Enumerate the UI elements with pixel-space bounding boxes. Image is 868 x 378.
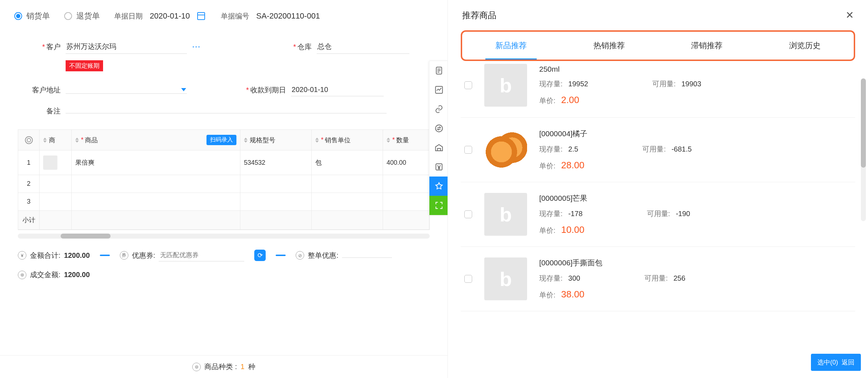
tab-hot-recommend[interactable]: 热销推荐 — [583, 34, 635, 57]
table-row[interactable]: 2 — [18, 175, 429, 193]
doc-date-value[interactable]: 2020-01-10 — [150, 11, 190, 21]
side-star-icon[interactable] — [429, 177, 449, 196]
side-yen-icon[interactable] — [429, 157, 449, 177]
item-title: [0000005]芒果 — [539, 193, 852, 203]
side-warehouse-icon[interactable] — [429, 138, 449, 157]
kind-suffix: 种 — [248, 362, 255, 372]
item-avail: -681.5 — [672, 145, 692, 153]
calendar-icon[interactable] — [197, 12, 205, 20]
kind-value: 1 — [241, 363, 245, 371]
minus-icon — [276, 255, 286, 256]
sort-icon — [43, 138, 47, 143]
totals-row: ¥金额合计:1200.00 券优惠券: ⟳ ⊘整单优惠: — [0, 246, 448, 265]
customer-label: 客户 — [46, 43, 61, 51]
discount-input[interactable] — [342, 253, 392, 258]
coupon-label: 优惠券: — [132, 251, 155, 260]
item-checkbox[interactable] — [464, 81, 472, 89]
product-thumb-icon — [43, 155, 57, 170]
tab-sales-label: 销货单 — [26, 11, 50, 21]
table-row[interactable]: 1 果倍爽 534532 包 400.00 — [18, 150, 429, 175]
product-image-placeholder-icon: b — [484, 64, 527, 107]
selected-count-label: 选中(0) — [817, 358, 838, 367]
discount-icon: ⊘ — [296, 251, 304, 260]
col-prod-thumb[interactable]: 商 — [40, 130, 72, 150]
scan-entry-button[interactable]: 扫码录入 — [206, 135, 236, 145]
tab-slow-recommend[interactable]: 滞销推荐 — [681, 34, 732, 57]
sort-icon — [75, 138, 79, 143]
tag-icon: ⊚ — [192, 363, 201, 371]
list-item[interactable]: b [0000005]芒果 现存量:-178 可用量:-190 单价:10.00 — [461, 182, 855, 247]
remark-input[interactable] — [66, 109, 387, 113]
doc-date-label: 单据日期 — [114, 11, 143, 21]
radio-return-icon — [64, 12, 72, 20]
warehouse-input[interactable]: 总仓 — [317, 40, 409, 54]
item-price: 38.00 — [561, 289, 584, 300]
product-image-placeholder-icon: b — [484, 193, 527, 236]
tab-new-recommend[interactable]: 新品推荐 — [485, 34, 537, 57]
side-link-icon[interactable] — [429, 99, 449, 119]
item-stock: 300 — [568, 274, 580, 282]
item-price: 2.00 — [561, 94, 579, 105]
side-exchange-icon[interactable] — [429, 119, 449, 138]
refresh-button[interactable]: ⟳ — [254, 250, 266, 261]
item-checkbox[interactable] — [464, 146, 472, 154]
item-checkbox[interactable] — [464, 275, 472, 283]
table-hscrollbar[interactable] — [18, 234, 430, 239]
product-image-icon — [484, 128, 527, 171]
doc-no-label: 单据编号 — [221, 11, 249, 21]
deal-label: 成交金额: — [30, 270, 61, 280]
side-chart-icon[interactable] — [429, 80, 449, 99]
list-item[interactable]: b 250ml 现存量:19952 可用量:19903 单价:2.00 — [461, 61, 855, 118]
order-form: *客户 苏州万达沃尔玛 ⋯ *仓库 总仓 不固定账期 客户地址 — [0, 29, 448, 129]
address-label: 客户地址 — [21, 85, 61, 95]
item-avail: -190 — [676, 210, 690, 218]
amount-value: 1200.00 — [64, 251, 90, 260]
tab-browse-history[interactable]: 浏览历史 — [779, 34, 831, 57]
address-select[interactable] — [66, 86, 187, 94]
item-stock: 2.5 — [568, 145, 578, 153]
due-date-label: 收款到期日 — [250, 86, 286, 94]
deal-value: 1200.00 — [64, 271, 90, 279]
col-qty[interactable]: *数量 — [383, 130, 429, 150]
panel-vscrollbar[interactable] — [861, 78, 866, 221]
remark-label: 备注 — [21, 106, 61, 116]
item-checkbox[interactable] — [464, 210, 472, 218]
selected-return-button[interactable]: 选中(0) 返回 — [811, 354, 861, 371]
close-icon[interactable]: ✕ — [846, 9, 854, 21]
ellipsis-icon[interactable]: ⋯ — [192, 42, 201, 52]
doc-type-tabs: 销货单 退货单 单据日期 2020-01-10 单据编号 SA-20200110… — [0, 4, 448, 29]
line-items-table: 商 *商品扫码录入 规格型号 *销售单位 *数量 1 果倍爽 534532 包 … — [18, 129, 430, 230]
col-unit[interactable]: *销售单位 — [312, 130, 383, 150]
tab-return-label: 退货单 — [76, 11, 100, 21]
yen-icon: ¥ — [18, 251, 26, 260]
list-item[interactable]: b [0000006]手撕面包 现存量:300 可用量:256 单价:38.00 — [461, 247, 855, 311]
col-product[interactable]: *商品扫码录入 — [72, 130, 240, 150]
side-doc-icon[interactable] — [429, 61, 449, 80]
item-title: 250ml — [539, 65, 852, 73]
list-item[interactable]: [0000004]橘子 现存量:2.5 可用量:-681.5 单价:28.00 — [461, 118, 855, 182]
customer-input[interactable]: 苏州万达沃尔玛 — [66, 40, 187, 54]
doc-meta: 单据日期 2020-01-10 单据编号 SA-20200110-001 — [114, 11, 320, 21]
col-spec[interactable]: 规格型号 — [240, 130, 312, 150]
col-settings[interactable] — [18, 130, 40, 150]
sort-icon — [244, 138, 247, 143]
side-toolbar — [429, 61, 449, 215]
item-price: 28.00 — [561, 160, 584, 170]
minus-icon — [100, 255, 110, 256]
sort-icon — [387, 138, 390, 143]
tab-sales-order[interactable]: 销货单 — [14, 11, 50, 21]
tab-return-order[interactable]: 退货单 — [64, 11, 100, 21]
svg-point-2 — [435, 125, 443, 132]
not-fixed-period-tag: 不固定账期 — [66, 60, 103, 71]
coupon-input[interactable] — [159, 249, 244, 261]
recommend-tabs-highlight: 新品推荐 热销推荐 滞销推荐 浏览历史 — [461, 30, 855, 61]
doc-no-value: SA-20200110-001 — [256, 11, 320, 21]
recommend-list[interactable]: b 250ml 现存量:19952 可用量:19903 单价:2.00 [000… — [448, 61, 868, 378]
chevron-down-icon — [181, 88, 186, 91]
amount-label: 金额合计: — [30, 251, 61, 260]
table-row[interactable]: 3 — [18, 193, 429, 211]
item-avail: 256 — [674, 274, 685, 282]
due-date-input[interactable]: 2020-01-10 — [291, 83, 384, 96]
side-fullscreen-icon[interactable] — [429, 196, 449, 215]
footer-summary: ⊚ 商品种类 : 1 种 — [0, 355, 448, 378]
